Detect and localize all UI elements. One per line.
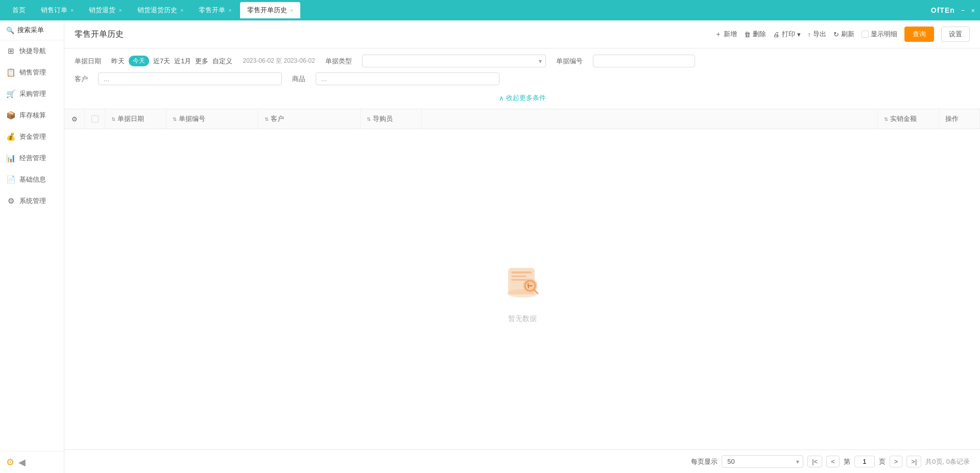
page-input[interactable] — [854, 456, 875, 467]
sidebar-collapse-icon[interactable]: ◀ — [18, 457, 26, 468]
customer-label: 客户 — [75, 74, 88, 84]
th-guide-sort[interactable]: ⇅ — [367, 116, 371, 122]
search-label: 搜索采单 — [17, 26, 44, 35]
refresh-label: 刷新 — [841, 30, 854, 39]
th-amount: ⇅ 实销金额 — [878, 109, 939, 129]
sidebar-item-basic-info-label: 基础信息 — [19, 175, 46, 184]
page-total: 共0页, 0条记录 — [925, 457, 970, 466]
sidebar-item-operations-label: 经营管理 — [19, 154, 46, 163]
print-button[interactable]: 🖨 打印 ▾ — [773, 30, 801, 39]
export-button[interactable]: ↑ 导出 — [808, 30, 827, 39]
sidebar-item-finance[interactable]: 💰 资金管理 — [0, 126, 64, 147]
sidebar-item-purchase-mgmt-label: 采购管理 — [19, 89, 46, 98]
date-more[interactable]: 更多 — [195, 57, 208, 66]
tab-retail-open-close[interactable]: × — [228, 7, 231, 13]
customer-input[interactable]: ... — [98, 72, 282, 85]
th-customer: ⇅ 客户 — [258, 109, 361, 129]
th-date: ⇅ 单据日期 — [105, 109, 166, 129]
finance-icon: 💰 — [6, 132, 15, 141]
th-checkbox[interactable] — [85, 109, 105, 129]
th-customer-sort[interactable]: ⇅ — [265, 116, 269, 122]
product-label: 商品 — [292, 74, 305, 84]
tab-sales-order[interactable]: 销售订单 × — [34, 2, 81, 18]
table-header: ⚙ ⇅ 单据日期 ⇅ 单据编号 ⇅ 客户 ⇅ 导购员 — [64, 109, 980, 129]
sales-mgmt-icon: 📋 — [6, 68, 15, 77]
th-action: 操作 — [939, 109, 980, 129]
settings-button[interactable]: 设置 — [941, 27, 970, 42]
sidebar-item-sys-mgmt[interactable]: ⚙ 系统管理 — [0, 190, 64, 212]
query-button[interactable]: 查询 — [904, 27, 934, 42]
tab-bar: 首页 销售订单 × 销货退货 × 销货退货历史 × 零售开单 × 零售开单历史 … — [5, 2, 931, 18]
per-page-select-wrapper: 50 100 200 ▾ — [722, 455, 803, 468]
empty-text: 暂无数据 — [508, 314, 537, 323]
per-page-select[interactable]: 50 100 200 — [722, 455, 803, 468]
display-col-label: 显示明细 — [871, 30, 897, 39]
sidebar-item-quick-nav[interactable]: ⊞ 快捷导航 — [0, 40, 64, 62]
prev-page-btn[interactable]: < — [826, 456, 840, 467]
tab-sales-return-history-close[interactable]: × — [180, 7, 183, 13]
order-type-select[interactable] — [362, 55, 546, 67]
quick-nav-icon: ⊞ — [6, 46, 15, 56]
th-settings[interactable]: ⚙ — [64, 109, 85, 129]
date-1month[interactable]: 近1月 — [174, 57, 191, 66]
th-date-sort[interactable]: ⇅ — [111, 116, 115, 122]
date-options: 昨天 今天 近7天 近1月 更多 自定义 — [111, 56, 232, 66]
th-action-label: 操作 — [945, 114, 959, 123]
date-yesterday[interactable]: 昨天 — [111, 57, 125, 66]
refresh-button[interactable]: ↻ 刷新 — [833, 30, 854, 39]
export-icon: ↑ — [808, 31, 811, 38]
tab-retail-open-history[interactable]: 零售开单历史 × — [240, 2, 300, 18]
order-num-input[interactable] — [593, 55, 695, 67]
minimize-btn[interactable]: − — [961, 7, 965, 14]
print-arrow-icon: ▾ — [797, 31, 801, 38]
sidebar-item-sales-mgmt[interactable]: 📋 销售管理 — [0, 62, 64, 83]
date-custom[interactable]: 自定义 — [212, 57, 232, 66]
collapse-label: 收起更多条件 — [506, 93, 546, 103]
sidebar-item-inventory[interactable]: 📦 库存核算 — [0, 105, 64, 126]
tab-sales-return[interactable]: 销货退货 × — [82, 2, 129, 18]
display-col-toggle[interactable]: 显示明细 — [862, 30, 897, 39]
sidebar-item-basic-info[interactable]: 📄 基础信息 — [0, 169, 64, 190]
display-col-checkbox[interactable] — [862, 31, 869, 38]
date-7days[interactable]: 近7天 — [153, 57, 170, 66]
toolbar: ＋ 新增 🗑 删除 🖨 打印 ▾ ↑ 导出 ↻ 刷新 — [715, 27, 970, 42]
tab-sales-return-history[interactable]: 销货退货历史 × — [130, 2, 190, 18]
tab-sales-order-close[interactable]: × — [70, 7, 74, 13]
add-label: 新增 — [724, 30, 737, 39]
add-button[interactable]: ＋ 新增 — [715, 30, 737, 39]
order-type-label: 单据类型 — [325, 57, 352, 66]
sidebar-item-purchase-mgmt[interactable]: 🛒 采购管理 — [0, 83, 64, 105]
th-guide-label: 导购员 — [373, 114, 393, 123]
th-amount-sort[interactable]: ⇅ — [884, 116, 888, 122]
tab-home[interactable]: 首页 — [5, 2, 33, 18]
sidebar-item-operations[interactable]: 📊 经营管理 — [0, 147, 64, 169]
close-btn[interactable]: × — [971, 7, 975, 14]
product-dots: ... — [321, 75, 327, 83]
refresh-icon: ↻ — [833, 31, 839, 38]
tab-retail-open-history-close[interactable]: × — [290, 7, 293, 13]
sidebar-bottom: ⚙ ◀ — [0, 451, 64, 473]
th-num-sort[interactable]: ⇅ — [173, 116, 177, 122]
th-num-label: 单据编号 — [179, 114, 205, 123]
operations-icon: 📊 — [6, 154, 15, 163]
add-icon: ＋ — [715, 30, 722, 39]
header-checkbox[interactable] — [91, 115, 99, 122]
pagination: 每页显示 50 100 200 ▾ |< < 第 页 > >| 共0页, 0条记… — [64, 450, 980, 473]
last-page-btn[interactable]: >| — [906, 456, 921, 467]
filter-collapse-btn[interactable]: ∧ 收起更多条件 — [75, 90, 970, 103]
sidebar-gear-icon[interactable]: ⚙ — [6, 457, 14, 468]
first-page-btn[interactable]: |< — [807, 456, 822, 467]
tab-retail-open[interactable]: 零售开单 × — [192, 2, 238, 18]
date-today[interactable]: 今天 — [129, 56, 149, 66]
purchase-mgmt-icon: 🛒 — [6, 89, 15, 98]
product-input[interactable]: ... — [316, 72, 499, 85]
delete-label: 删除 — [753, 30, 766, 39]
next-page-btn[interactable]: > — [890, 456, 903, 467]
basic-info-icon: 📄 — [6, 175, 15, 184]
tab-sales-return-close[interactable]: × — [118, 7, 122, 13]
main-layout: 🔍 搜索采单 ⊞ 快捷导航 📋 销售管理 🛒 采购管理 📦 库存核算 💰 资金管… — [0, 20, 980, 473]
filter-area: 单据日期 昨天 今天 近7天 近1月 更多 自定义 2023-06-02 至 2… — [64, 48, 980, 109]
delete-button[interactable]: 🗑 删除 — [744, 30, 766, 39]
sidebar-search[interactable]: 🔍 搜索采单 — [0, 20, 64, 40]
filter-row-1: 单据日期 昨天 今天 近7天 近1月 更多 自定义 2023-06-02 至 2… — [75, 55, 970, 67]
